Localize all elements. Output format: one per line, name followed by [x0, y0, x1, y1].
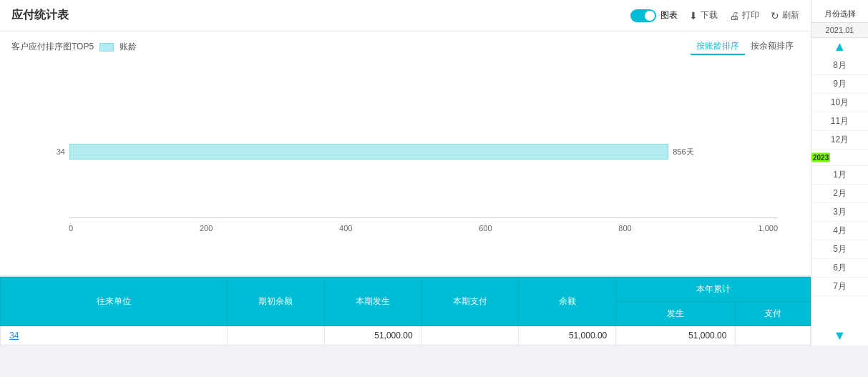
year-badge: 2023 — [811, 152, 830, 162]
download-label: 下载 — [701, 9, 718, 21]
x-tick-400: 400 — [339, 224, 352, 232]
legend-box-label: 账龄 — [120, 41, 137, 53]
cell-payment — [736, 326, 811, 346]
th-payment-sub: 支付 — [736, 302, 811, 326]
chart-section: 客户应付排序图TOP5 账龄 按账龄排序 按余额排序 34 856天 — [0, 31, 811, 275]
sidebar-year-2023[interactable]: 2023 — [811, 150, 868, 166]
chart-sort-buttons: 按账龄排序 按余额排序 — [691, 39, 799, 55]
chart-header: 客户应付排序图TOP5 账龄 按账龄排序 按余额排序 — [11, 39, 799, 55]
cell-current-payment — [421, 326, 519, 346]
sort-by-amount-button[interactable]: 按余额排序 — [745, 39, 799, 55]
refresh-icon: ↻ — [771, 10, 779, 21]
print-icon: 🖨 — [729, 10, 739, 21]
refresh-button[interactable]: ↻ 刷新 — [771, 9, 799, 21]
x-axis-line — [69, 217, 778, 218]
data-table: 往来单位 期初余额 本期发生 本期支付 余额 本年累计 发生 支付 34 — [0, 277, 811, 346]
bar-container: 34 856天 0 200 400 600 800 1,000 — [47, 75, 778, 240]
th-current-payment: 本期支付 — [421, 278, 519, 326]
x-axis-ticks: 0 200 400 600 800 1,000 — [69, 224, 778, 232]
header: 应付统计表 图表 ⬇ 下载 🖨 打印 ↻ 刷新 — [0, 0, 811, 31]
x-tick-0: 0 — [69, 224, 73, 232]
chart-toggle-label: 图表 — [660, 9, 678, 21]
x-tick-1000: 1,000 — [758, 224, 778, 232]
th-opening-balance: 期初余额 — [227, 278, 324, 326]
cell-opening-balance — [227, 326, 324, 346]
bar-fill — [69, 144, 668, 160]
sidebar-month-12[interactable]: 12月 — [811, 131, 868, 150]
sidebar-month-2[interactable]: 2月 — [811, 185, 868, 203]
download-button[interactable]: ⬇ 下载 — [689, 9, 718, 21]
refresh-label: 刷新 — [782, 9, 799, 21]
table-row: 34 51,000.00 51,000.00 51,000.00 — [1, 326, 811, 346]
sidebar-year-label: 2021.01 — [811, 23, 868, 38]
sidebar-month-7[interactable]: 7月 — [811, 278, 868, 296]
sidebar-month-11[interactable]: 11月 — [811, 112, 868, 131]
legend-box — [99, 43, 114, 52]
chart-toggle-wrap[interactable]: 图表 — [630, 9, 678, 22]
sidebar-month-1[interactable]: 1月 — [811, 166, 868, 185]
th-occurrence-sub: 发生 — [616, 302, 736, 326]
sidebar-month-list: 8月 9月 10月 11月 12月 2023 1月 2月 3月 4月 5月 6月… — [811, 57, 868, 328]
page-title: 应付统计表 — [11, 8, 69, 23]
sidebar-title: 月份选择 — [811, 6, 868, 23]
sidebar-month-6[interactable]: 6月 — [811, 259, 868, 278]
sidebar-month-4[interactable]: 4月 — [811, 222, 868, 240]
sort-by-balance-button[interactable]: 按账龄排序 — [691, 39, 745, 55]
sidebar-nav-up[interactable]: ▲ — [811, 38, 868, 57]
bar-y-label: 34 — [47, 147, 65, 156]
x-tick-800: 800 — [618, 224, 631, 232]
sidebar-month-5[interactable]: 5月 — [811, 240, 868, 259]
chart-toggle[interactable] — [630, 9, 656, 22]
chart-legend: 客户应付排序图TOP5 账龄 — [11, 41, 137, 53]
chart-area: 34 856天 0 200 400 600 800 1,000 — [11, 61, 799, 268]
sidebar-nav-down[interactable]: ▼ — [811, 327, 868, 346]
th-incoming-unit: 往来单位 — [1, 278, 228, 326]
legend-text: 客户应付排序图TOP5 — [11, 41, 94, 53]
print-button[interactable]: 🖨 打印 — [729, 9, 759, 21]
cell-current-occurrence: 51,000.00 — [324, 326, 421, 346]
print-label: 打印 — [742, 9, 759, 21]
cell-balance: 51,000.00 — [519, 326, 616, 346]
table-wrap: 往来单位 期初余额 本期发生 本期支付 余额 本年累计 发生 支付 34 — [0, 277, 811, 346]
sidebar-month-9[interactable]: 9月 — [811, 75, 868, 94]
th-current-year-total: 本年累计 — [616, 278, 811, 302]
x-tick-200: 200 — [200, 224, 213, 232]
bar-row: 34 856天 — [47, 141, 778, 162]
table-section: 往来单位 期初余额 本期发生 本期支付 余额 本年累计 发生 支付 34 — [0, 275, 811, 346]
header-actions: 图表 ⬇ 下载 🖨 打印 ↻ 刷新 — [630, 9, 799, 22]
th-balance: 余额 — [519, 278, 616, 326]
th-current-occurrence: 本期发生 — [324, 278, 421, 326]
sidebar-month-10[interactable]: 10月 — [811, 94, 868, 112]
x-tick-600: 600 — [479, 224, 492, 232]
cell-unit[interactable]: 34 — [1, 326, 228, 346]
right-sidebar: 月份选择 2021.01 ▲ 8月 9月 10月 11月 12月 2023 1月… — [811, 0, 868, 346]
cell-occurrence: 51,000.00 — [616, 326, 736, 346]
download-icon: ⬇ — [689, 10, 698, 21]
sidebar-month-8[interactable]: 8月 — [811, 57, 868, 75]
bar-end-label: 856天 — [673, 147, 693, 157]
sidebar-month-3[interactable]: 3月 — [811, 203, 868, 222]
